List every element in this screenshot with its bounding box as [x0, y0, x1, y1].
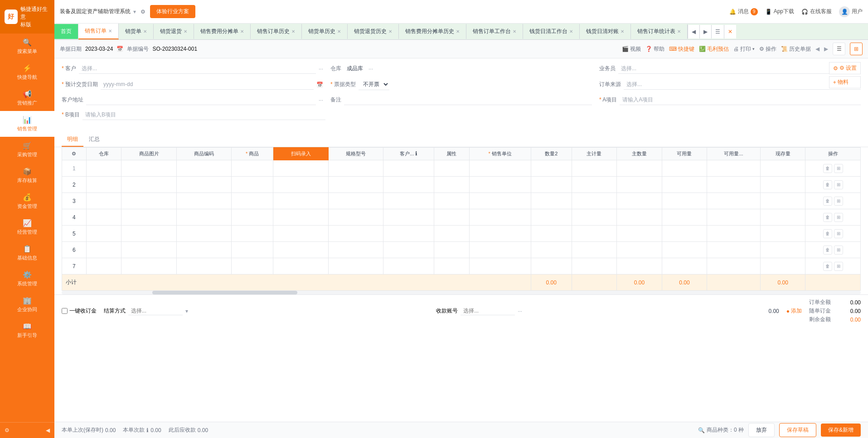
staff-input[interactable] [618, 63, 853, 74]
row-1-main-unit[interactable] [572, 160, 617, 177]
row-7-delete-btn[interactable]: 🗑 [823, 262, 832, 271]
th-settings[interactable]: ⚙ [62, 148, 87, 160]
scroll-thumb[interactable] [152, 291, 297, 294]
row-2-delete-btn[interactable]: 🗑 [823, 180, 832, 189]
date-picker-icon[interactable]: 📅 [316, 82, 323, 88]
tab-slip-history[interactable]: 销货单历史 ✕ [302, 24, 348, 39]
row-1-available[interactable] [662, 160, 707, 177]
row-1-unit[interactable] [469, 160, 531, 177]
tab-order-stats[interactable]: 销售订单统计表 ✕ [631, 24, 688, 39]
tab-close-slip-history[interactable]: ✕ [337, 29, 341, 34]
row-6-delete-btn[interactable]: 🗑 [823, 245, 832, 255]
warehouse-more-icon[interactable]: ··· [369, 66, 373, 72]
row-2-copy-btn[interactable]: ⊞ [834, 180, 843, 189]
app-download-item[interactable]: 📱 App下载 [765, 8, 794, 15]
tab-close-expense-history[interactable]: ✕ [456, 29, 460, 34]
remark-input[interactable] [344, 95, 592, 105]
sidebar-item-base[interactable]: 📋 基础信息 [0, 240, 54, 266]
tab-menu-btn[interactable]: ☰ [711, 25, 724, 39]
sidebar-item-enterprise[interactable]: 🏢 企业协同 [0, 292, 54, 318]
shortcut-action[interactable]: ⌨ 快捷键 [669, 45, 694, 53]
sidebar-item-guide[interactable]: 📖 新手引导 [0, 318, 54, 343]
grid-view-btn[interactable]: ⊞ [850, 43, 863, 55]
tab-close-expense-split[interactable]: ✕ [240, 29, 244, 34]
save-new-button[interactable]: 保存&新增 [821, 424, 861, 437]
row-1-copy-btn[interactable]: ⊞ [834, 164, 843, 173]
settings-icon[interactable]: ⚙ [5, 427, 10, 433]
sidebar-item-system[interactable]: ⚙️ 系统管理 [0, 266, 54, 292]
customer-more-icon[interactable]: ··· [319, 66, 323, 72]
user-avatar[interactable]: 👤 用户 [839, 6, 863, 17]
sidebar-item-purchase[interactable]: 🛒 采购管理 [0, 137, 54, 163]
payment-method-input[interactable] [128, 307, 183, 315]
tab-sales-return[interactable]: 销货退货 ✕ [154, 24, 194, 39]
settings-button[interactable]: ⚙ ⚙ 设置 [829, 62, 861, 74]
tab-close-sales-order[interactable]: ✕ [108, 29, 112, 34]
calendar-icon[interactable]: 📅 [116, 46, 123, 52]
order-source-input[interactable] [624, 79, 861, 90]
payment-method-chevron[interactable]: ▾ [185, 308, 188, 314]
tab-order-workbench[interactable]: 销售订单工作台 ✕ [466, 24, 523, 39]
row-5-delete-btn[interactable]: 🗑 [823, 229, 832, 238]
gear-settings-icon[interactable]: ⚙ [141, 9, 145, 15]
row-2-warehouse[interactable] [86, 177, 121, 193]
solution-button[interactable]: 体验行业方案 [150, 5, 195, 18]
online-support-item[interactable]: 🎧 在线客服 [801, 8, 832, 15]
tab-daily-workbench[interactable]: 钱货日清工作台 ✕ [523, 24, 580, 39]
sidebar-item-marketing[interactable]: 📢 营销推广 [0, 85, 54, 111]
sidebar-item-sales[interactable]: 📊 销售管理 [0, 111, 54, 137]
row-1-image[interactable] [121, 160, 176, 177]
help-action[interactable]: ❓ 帮助 [645, 45, 664, 53]
sidebar-item-search[interactable]: 🔍 搜索菜单 [0, 34, 54, 59]
tab-close-daily-reconcile[interactable]: ✕ [621, 29, 624, 34]
bank-more-icon[interactable]: ··· [518, 308, 522, 314]
th-scan[interactable]: 扫码录入 [273, 148, 328, 160]
row-4-delete-btn[interactable]: 🗑 [823, 213, 832, 222]
horizontal-scrollbar[interactable] [62, 291, 861, 294]
list-view-btn[interactable]: ☰ [833, 43, 845, 55]
row-1-available2[interactable] [707, 160, 761, 177]
tab-expense-split[interactable]: 销售费用分摊单 ✕ [194, 24, 251, 39]
delivery-date-input[interactable] [101, 79, 314, 90]
invoice-type-select[interactable]: 不开票 [359, 79, 389, 90]
tab-order-history[interactable]: 销售订单历史 ✕ [251, 24, 302, 39]
tab-daily-reconcile[interactable]: 钱货日清对账 ✕ [580, 24, 631, 39]
a-project-input[interactable] [620, 95, 861, 105]
notification-item[interactable]: 🔔 消息 9 [729, 8, 758, 15]
row-4-copy-btn[interactable]: ⊞ [834, 213, 843, 222]
add-material-button[interactable]: + 物料 [829, 76, 861, 88]
row-1-delete-btn[interactable]: 🗑 [823, 164, 832, 173]
inner-tab-detail[interactable]: 明细 [62, 133, 83, 147]
row-1-code[interactable] [176, 160, 231, 177]
row-5-copy-btn[interactable]: ⊞ [834, 229, 843, 238]
row-1-stock[interactable] [760, 160, 805, 177]
row-1-customer-code[interactable] [383, 160, 434, 177]
tab-close-daily-workbench[interactable]: ✕ [569, 29, 573, 34]
tab-sales-slip[interactable]: 销货单 ✕ [119, 24, 154, 39]
tab-expense-history[interactable]: 销售费用分摊单历史 ✕ [399, 24, 466, 39]
tab-prev-btn[interactable]: ◀ [688, 25, 699, 39]
history-action[interactable]: 📜 历史单据 [781, 45, 811, 53]
tab-close-sales-slip[interactable]: ✕ [143, 29, 147, 34]
row-1-main-qty[interactable] [617, 160, 662, 177]
inner-tab-summary[interactable]: 汇总 [83, 133, 105, 147]
save-draft-button[interactable]: 保存草稿 [779, 423, 816, 437]
profit-action[interactable]: 💹 毛利预估 [699, 45, 729, 53]
sidebar-item-finance[interactable]: 💰 资金管理 [0, 188, 54, 214]
sidebar-item-operation[interactable]: 📈 经营管理 [0, 214, 54, 240]
tab-close-all-btn[interactable]: ✕ [724, 25, 736, 39]
row-1-warehouse[interactable] [86, 160, 121, 177]
b-project-input[interactable] [82, 110, 325, 120]
row-7-copy-btn[interactable]: ⊞ [834, 262, 843, 271]
row-3-copy-btn[interactable]: ⊞ [834, 197, 843, 206]
tab-home[interactable]: 首页 [54, 24, 78, 39]
view-action[interactable]: 🎬 视频 [622, 45, 641, 53]
row-1-attribute[interactable] [434, 160, 470, 177]
discard-button[interactable]: 放弃 [748, 423, 775, 437]
nav-right-icon[interactable]: ▶ [824, 46, 828, 52]
tab-close-return-history[interactable]: ✕ [388, 29, 392, 34]
nav-left-icon[interactable]: ◀ [815, 46, 820, 52]
tab-return-history[interactable]: 销货退货历史 ✕ [348, 24, 399, 39]
collapse-icon[interactable]: ◀ [46, 427, 50, 433]
operate-action[interactable]: ⚙ 操作 [759, 45, 776, 53]
